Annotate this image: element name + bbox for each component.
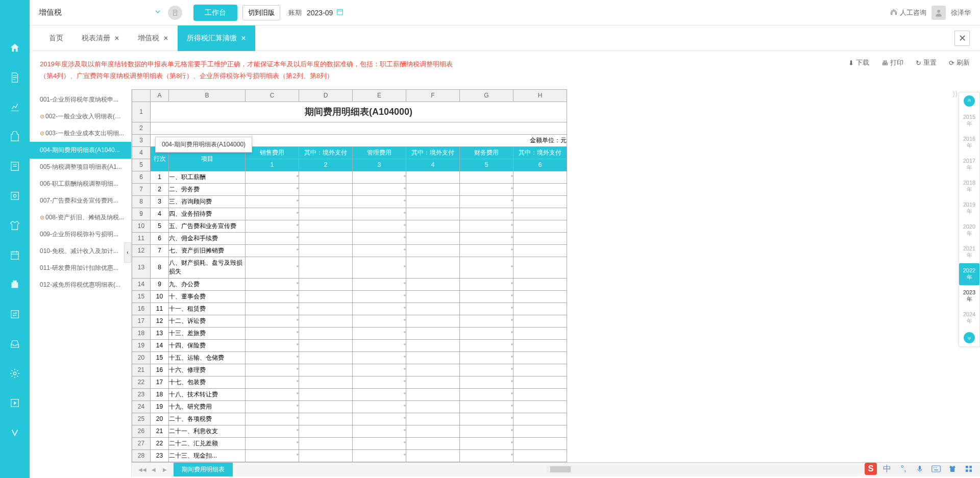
- period-value[interactable]: 2023-09: [307, 9, 333, 17]
- stamp-icon[interactable]: [8, 189, 22, 203]
- sheet-next-button[interactable]: ▶: [159, 464, 170, 475]
- doc-icon[interactable]: [8, 70, 22, 85]
- report-icon[interactable]: [8, 159, 22, 173]
- tab-增值税[interactable]: 增值税✕: [129, 26, 178, 51]
- year-item[interactable]: 2017年: [959, 154, 979, 175]
- form-nav-item[interactable]: 011-研发费用加计扣除优惠...: [30, 260, 131, 276]
- year-item[interactable]: 2016年: [959, 132, 979, 154]
- reset-button[interactable]: ↻ 重置: [916, 58, 937, 67]
- svg-rect-3: [11, 252, 19, 260]
- svg-rect-1: [11, 192, 19, 200]
- calendar-icon[interactable]: [8, 248, 22, 262]
- svg-rect-4: [11, 311, 19, 318]
- header-title: 增值税: [39, 8, 62, 17]
- ime-mic-icon[interactable]: [914, 463, 926, 475]
- warning-bar: 2019年度涉及取以前年度结转数据的申报表单元格需要手工维护正确，才能保证本年及…: [30, 51, 980, 89]
- year-scroll-up-button[interactable]: [964, 95, 975, 107]
- download-button[interactable]: ⬇ 下载: [848, 58, 869, 67]
- sheet-first-button[interactable]: ◀◀: [137, 464, 148, 475]
- svg-point-5: [13, 372, 16, 375]
- svg-rect-15: [966, 466, 968, 468]
- tab-税表清册[interactable]: 税表清册✕: [72, 26, 129, 51]
- form-nav-item[interactable]: 010-免税、减计收入及加计...: [30, 243, 131, 260]
- tab-close-icon[interactable]: ✕: [241, 35, 246, 42]
- form-nav-item[interactable]: 004-期间费用明细表(A1040...: [30, 142, 131, 159]
- svg-point-8: [937, 10, 940, 13]
- form-nav-tooltip: 004-期间费用明细表(A104000): [155, 137, 252, 153]
- transfer-icon[interactable]: [8, 307, 22, 321]
- dropdown-icon[interactable]: [154, 8, 162, 17]
- form-nav-item[interactable]: 007-广告费和业务宣传费跨...: [30, 192, 131, 209]
- top-header: 增值税 工作台 切到旧版 账期 2023-09 人工咨询 徐泽华: [30, 0, 980, 26]
- calendar-picker-icon[interactable]: [336, 8, 344, 18]
- form-nav-item[interactable]: 001-企业所得税年度纳税申...: [30, 91, 131, 108]
- tab-所得税汇算清缴[interactable]: 所得税汇算清缴✕: [178, 26, 255, 51]
- period-label: 账期: [288, 8, 302, 17]
- spreadsheet[interactable]: ABCDEFGH1期间费用明细表(A104000)23金额单位：元4行次项目销售…: [132, 89, 980, 462]
- refresh-button[interactable]: ⟳ 刷新: [949, 58, 970, 67]
- svg-rect-16: [969, 466, 972, 468]
- svg-rect-14: [934, 470, 938, 471]
- bag-icon[interactable]: [8, 130, 22, 144]
- print-button[interactable]: 🖶 打印: [881, 58, 903, 67]
- ime-keyboard-icon[interactable]: [930, 463, 942, 475]
- home-icon[interactable]: [8, 41, 22, 55]
- ime-skin-icon[interactable]: [946, 463, 959, 475]
- switch-old-button[interactable]: 切到旧版: [242, 5, 280, 20]
- form-nav-item[interactable]: 005-纳税调整项目明细表(A1...: [30, 159, 131, 175]
- year-item[interactable]: 2024年: [959, 307, 979, 329]
- ime-lang-icon[interactable]: 中: [881, 463, 893, 475]
- user-avatar[interactable]: [932, 6, 946, 20]
- form-nav-item[interactable]: 006-职工薪酬纳税调整明细...: [30, 175, 131, 192]
- form-nav-item[interactable]: ⊘002-一般企业收入明细表(A1...: [30, 108, 131, 125]
- svg-rect-9: [919, 466, 921, 470]
- chart-icon[interactable]: [8, 100, 22, 114]
- svg-point-2: [13, 194, 16, 197]
- panel-expand-icon[interactable]: ⟩⟩: [952, 90, 958, 98]
- year-item[interactable]: 2015年: [959, 110, 979, 132]
- year-item[interactable]: 2020年: [959, 219, 979, 241]
- gear-icon[interactable]: [8, 366, 22, 381]
- user-name: 徐泽华: [951, 8, 971, 17]
- year-item[interactable]: 2022年: [959, 263, 979, 285]
- form-nav-item[interactable]: ⊘003-一般企业成本支出明细...: [30, 125, 131, 142]
- header-doc-button[interactable]: [168, 6, 182, 20]
- shirt-icon[interactable]: [8, 218, 22, 233]
- consult-button[interactable]: 人工咨询: [890, 8, 926, 17]
- warning-icon: ⊘: [40, 214, 44, 220]
- year-item[interactable]: 2019年: [959, 197, 979, 219]
- svg-rect-17: [966, 469, 968, 472]
- content-area: 2019年度涉及取以前年度结转数据的申报表单元格需要手工维护正确，才能保证本年及…: [30, 51, 980, 478]
- form-nav-item[interactable]: 009-企业所得税弥补亏损明...: [30, 226, 131, 243]
- nav-collapse-button[interactable]: ‹: [124, 242, 131, 263]
- consult-label: 人工咨询: [900, 8, 926, 17]
- ime-s-icon[interactable]: S: [865, 463, 877, 475]
- form-nav-item[interactable]: ⊘008-资产折旧、摊销及纳税...: [30, 209, 131, 226]
- sheet-tab[interactable]: 期间费用明细表: [174, 463, 233, 476]
- workbench-button[interactable]: 工作台: [193, 5, 237, 21]
- tab-close-icon[interactable]: ✕: [163, 35, 168, 42]
- sheet-prev-button[interactable]: ◀: [148, 464, 159, 475]
- warning-text: 2019年度涉及取以前年度结转数据的申报表单元格需要手工维护正确，才能保证本年及…: [40, 58, 458, 82]
- play-icon[interactable]: [8, 396, 22, 410]
- year-panel: 2015年2016年2017年2018年2019年2020年2021年2022年…: [959, 92, 980, 347]
- ime-punct-icon[interactable]: °,: [897, 463, 910, 475]
- warning-icon: ⊘: [40, 113, 44, 119]
- tab-首页[interactable]: 首页: [40, 26, 72, 51]
- warning-icon: ⊘: [40, 130, 44, 136]
- ime-bar: S 中 °,: [865, 463, 975, 475]
- tax-icon[interactable]: [8, 278, 22, 292]
- v-icon[interactable]: [8, 425, 22, 440]
- close-all-tabs-button[interactable]: ✕: [954, 31, 970, 46]
- year-item[interactable]: 2023年: [959, 285, 979, 307]
- year-item[interactable]: 2021年: [959, 241, 979, 263]
- year-scroll-down-button[interactable]: [964, 332, 975, 343]
- svg-rect-18: [969, 469, 972, 472]
- inbox-icon[interactable]: [8, 337, 22, 351]
- sheet-tabs-bar: ◀◀ ◀ ▶ 期间费用明细表: [132, 462, 980, 476]
- svg-point-11: [933, 467, 934, 468]
- year-item[interactable]: 2018年: [959, 175, 979, 197]
- form-nav-item[interactable]: 012-减免所得税优惠明细表(...: [30, 276, 131, 293]
- tab-close-icon[interactable]: ✕: [114, 35, 119, 42]
- ime-toolbox-icon[interactable]: [963, 463, 975, 475]
